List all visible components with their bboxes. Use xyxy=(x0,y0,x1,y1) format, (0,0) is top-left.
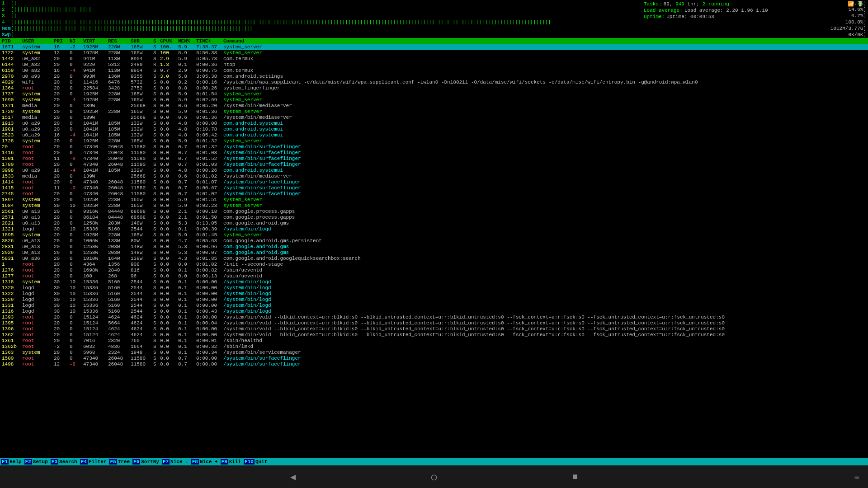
table-row[interactable]: 4029wifi2001141664765732S0.00.20:00.16/s… xyxy=(0,80,868,85)
col-res-header[interactable]: RES xyxy=(108,38,131,44)
bottom-item-nice -[interactable]: F7Nice - xyxy=(162,459,189,465)
col-ni-header[interactable]: NI xyxy=(70,38,83,44)
col-mem-cell: 5.9 xyxy=(178,232,196,238)
col-shr-cell: 138W xyxy=(131,256,153,262)
bottom-item-nice +[interactable]: F8Nice + xyxy=(191,459,219,465)
table-row[interactable]: 5831u0_a362001810W164W138WS0.04.30:01.85… xyxy=(0,256,868,262)
col-s-header[interactable]: S xyxy=(153,38,160,44)
col-cmd-header[interactable]: Command xyxy=(223,38,866,44)
table-row[interactable]: 1root20043641356908S0.00.00:01.02/init -… xyxy=(0,262,868,267)
back-button[interactable]: ◀ xyxy=(290,471,296,483)
recents-button[interactable]: ■ xyxy=(572,472,578,482)
col-ni-cell: 10 xyxy=(70,303,83,309)
bottom-item-tree[interactable]: F5Tree xyxy=(109,459,131,465)
table-row[interactable]: 1913u0_a292001041M185W132WS0.04.80:00.08… xyxy=(0,121,868,127)
table-row[interactable]: 2970u0_a93200993M136W9355S3.05.83:05.38c… xyxy=(0,74,868,80)
table-row[interactable]: 1501root11-9473402604811580S0.00.70:01.5… xyxy=(0,156,868,162)
bottom-item-filter[interactable]: F4Filter xyxy=(80,459,108,465)
table-row[interactable]: 6144u0_a82200922053122480R1.30.10:00.36h… xyxy=(0,62,868,68)
col-virt-header[interactable]: VIRT xyxy=(83,38,108,44)
table-row[interactable]: 1276root2001698W2840816S0.00.10:00.82/sb… xyxy=(0,267,868,273)
table-row[interactable]: 1897system2001925M228W165WS0.05.90:01.51… xyxy=(0,197,868,203)
table-row[interactable]: 1498root12-8473402604811580S0.00.70:00.0… xyxy=(0,361,868,367)
table-row[interactable]: 1277root20010026896S0.00.00:00.13/sbin/u… xyxy=(0,273,868,279)
col-user-header[interactable]: USER xyxy=(22,38,54,44)
table-row[interactable]: 1416root200473402604811580S0.00.70:01.08… xyxy=(0,150,868,156)
col-virt-cell: 15336 xyxy=(83,285,108,291)
col-user-cell: u0_a13 xyxy=(22,244,54,250)
col-time-header[interactable]: TIME+ xyxy=(196,38,223,44)
col-pri-header[interactable]: PRI xyxy=(54,38,70,44)
col-res-cell: 2840 xyxy=(108,267,131,273)
col-mem-header[interactable]: MEM% xyxy=(178,38,196,44)
table-row[interactable]: 1729system2001925M228W165WS0.05.90:01.36… xyxy=(0,109,868,115)
col-pri-cell: 11 xyxy=(54,156,70,162)
bottom-item-help[interactable]: F1Help xyxy=(1,459,23,465)
bottom-item-kill[interactable]: F9Kill xyxy=(221,459,242,465)
col-cmd-cell: /system/bin/logd xyxy=(223,303,866,309)
table-row[interactable]: 1331logd30101533651602544S0.00.10:00.00/… xyxy=(0,303,868,309)
table-row[interactable]: 1362broot-20603248361664S0.00.10:00.32/s… xyxy=(0,344,868,350)
col-pri-cell: 30 xyxy=(54,285,70,291)
col-cpu-cell: 0.0 xyxy=(160,209,178,215)
table-row[interactable]: 1329logd30101533651602544S0.00.10:00.00/… xyxy=(0,297,868,303)
table-row[interactable]: 1363system200596823241948S0.00.10:00.34/… xyxy=(0,350,868,356)
table-row[interactable]: 1722system1201925M228W165WS1005.96:50.38… xyxy=(0,50,868,56)
table-row[interactable]: 2571u0_a13200861848444868608S0.02.10:01.… xyxy=(0,215,868,221)
table-row[interactable]: 1415root11-9473402604811580S0.00.70:00.6… xyxy=(0,185,868,191)
table-row[interactable]: 1320logd30101533651602544S0.00.10:00.00/… xyxy=(0,285,868,291)
col-pid-cell: 1671 xyxy=(2,44,22,50)
table-row[interactable]: 1362root2001512446244624S0.00.10:00.00/s… xyxy=(0,332,868,338)
table-row[interactable]: 1396root2001512446244624S0.00.10:00.00/s… xyxy=(0,326,868,332)
table-row[interactable]: 2929u0_a132991258W203W148WS0.05.30:00.07… xyxy=(0,250,868,256)
keyboard-icon[interactable]: ⌨ xyxy=(854,474,859,483)
table-row[interactable]: 1361root20070162820760S0.00.10:00.01/sbi… xyxy=(0,338,868,344)
col-res-cell: 228W xyxy=(108,44,131,50)
table-row[interactable]: 1671system18-21925M228W165WS100.5.97:35.… xyxy=(0,44,868,50)
table-row[interactable]: 1728system2001925M228W165WS0.05.90:01.32… xyxy=(0,138,868,144)
home-button[interactable]: ◯ xyxy=(431,471,437,483)
bottom-item-setup[interactable]: F2Setup xyxy=(24,459,49,465)
col-cpu-cell: 0.0 xyxy=(160,103,178,109)
table-row[interactable]: 2523u0_a2916-41041M185W132WS0.04.80:05.4… xyxy=(0,132,868,138)
table-row[interactable]: 1895system2001925M228W165WS0.05.90:01.45… xyxy=(0,232,868,238)
table-row[interactable]: 1517media200139W25668S0.00.60:01.36/syst… xyxy=(0,115,868,121)
col-cmd-cell: com.google.process.gapps xyxy=(223,215,866,221)
table-row[interactable]: 1684system30101925M228W165WS0.05.90:02.2… xyxy=(0,203,868,209)
col-cpu-cell: 0.0 xyxy=(160,132,178,138)
table-row[interactable]: 1364root2002258434282752S0.00.80:00.26sy… xyxy=(0,85,868,91)
table-row[interactable]: 1901u0_a292001041M185W132WS0.04.80:10.78… xyxy=(0,127,868,132)
table-row[interactable]: 1500root200473402604811580S0.00.70:00.00… xyxy=(0,356,868,361)
col-time-cell: 0:01.36 xyxy=(196,115,223,121)
table-row[interactable]: 1442u0_a82200941M113W8904S2.95.95:05.78c… xyxy=(0,56,868,62)
table-row[interactable]: 1318system30101533651602544S0.00.10:00.0… xyxy=(0,279,868,285)
col-user-cell: wifi xyxy=(22,80,54,85)
table-row[interactable]: 1737system2001925M228W165WS0.05.90:01.54… xyxy=(0,91,868,97)
table-row[interactable]: 20root200473402604811580S0.00.70:01.32/s… xyxy=(0,144,868,150)
table-row[interactable]: 1316logd30101533651602544S0.00.10:00.43/… xyxy=(0,309,868,314)
col-cpu-header[interactable]: CPU% xyxy=(160,38,178,44)
col-pri-cell: 20 xyxy=(54,179,70,185)
table-row[interactable]: 1780root200473402604811580S0.00.70:01.03… xyxy=(0,162,868,168)
table-row[interactable]: 1395root2001512456644624S0.00.10:00.04/s… xyxy=(0,320,868,326)
table-row[interactable]: 1393root2001512446244624S0.00.10:00.00/s… xyxy=(0,314,868,320)
table-row[interactable]: 1690system20-41925M228W165WS0.05.90:02.6… xyxy=(0,97,868,103)
col-shr-header[interactable]: SHR xyxy=(131,38,153,44)
table-row[interactable]: 2831u0_a132001258W203W148WS0.05.30:00.96… xyxy=(0,244,868,250)
table-row[interactable]: 1321logd30101533651602544S0.00.10:00.39/… xyxy=(0,226,868,232)
table-row[interactable]: 3826u0_a132001006W133W80WS0.04.70:05.63c… xyxy=(0,238,868,244)
bottom-item-sortby[interactable]: F6SortBy xyxy=(132,459,160,465)
table-row[interactable]: 2745root200473402604811580S0.00.70:01.02… xyxy=(0,191,868,197)
table-row[interactable]: 1414root200473402604811580S0.00.70:01.07… xyxy=(0,179,868,185)
table-row[interactable]: 1533media200139W25668S0.00.60:01.02/syst… xyxy=(0,174,868,179)
table-row[interactable]: 2561u0_a132009316W8444868608S0.02.10:00.… xyxy=(0,209,868,215)
table-row[interactable]: 2821u0_a132001258W203W148WS0.05.30:13.05… xyxy=(0,221,868,226)
bottom-item-quit[interactable]: F10Quit xyxy=(244,459,268,465)
table-row[interactable]: 3998u0_a2918-41041M185W132WS0.04.80:00.2… xyxy=(0,168,868,174)
col-pid-cell: 1320 xyxy=(2,285,22,291)
table-row[interactable]: 1371media200139W25668S0.00.60:05.20/syst… xyxy=(0,103,868,109)
table-row[interactable]: 1322logd30101533651602544S0.00.10:00.00/… xyxy=(0,291,868,297)
bottom-item-search[interactable]: F3Search xyxy=(51,459,78,465)
col-pid-header[interactable]: PID xyxy=(2,38,22,44)
table-row[interactable]: 6159u0_a8216-4941M113W8904S0.72.90:00.75… xyxy=(0,68,868,74)
